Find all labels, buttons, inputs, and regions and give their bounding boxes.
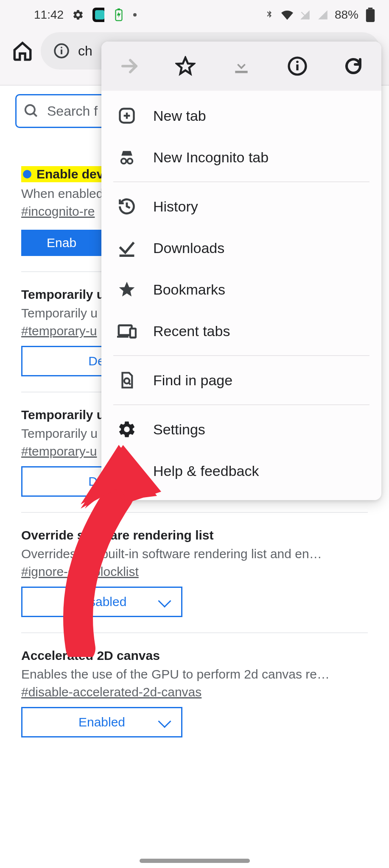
more-indicator-icon — [133, 13, 137, 17]
devices-icon — [117, 321, 137, 341]
svg-point-20 — [121, 159, 126, 164]
menu-label: Find in page — [153, 372, 232, 389]
menu-find-in-page[interactable]: Find in page — [101, 359, 381, 401]
check-underline-icon — [117, 238, 137, 258]
bookmark-button[interactable] — [175, 56, 196, 76]
svg-rect-5 — [368, 8, 372, 9]
flag-item: Override software rendering list Overrid… — [0, 513, 389, 632]
star-icon — [117, 279, 137, 300]
menu-settings[interactable]: Settings — [101, 409, 381, 450]
incognito-icon — [117, 147, 137, 167]
menu-label: Bookmarks — [153, 281, 225, 298]
menu-bookmarks[interactable]: Bookmarks — [101, 269, 381, 310]
flag-item: Accelerated 2D canvas Enables the use of… — [0, 633, 389, 753]
battery-charging-icon — [113, 9, 125, 21]
download-button[interactable] — [231, 56, 252, 76]
find-in-page-icon — [117, 370, 137, 390]
battery-icon — [364, 9, 376, 21]
menu-recent-tabs[interactable]: Recent tabs — [101, 310, 381, 352]
status-bar: 11:42 88% — [0, 0, 389, 30]
svg-rect-13 — [235, 71, 247, 73]
help-icon — [117, 461, 137, 481]
menu-label: Downloads — [153, 240, 224, 256]
svg-point-16 — [296, 61, 299, 63]
flag-hash: #disable-accelerated-2d-canvas — [21, 685, 382, 699]
reload-button[interactable] — [343, 56, 364, 76]
svg-line-10 — [34, 113, 37, 117]
omnibox-text: ch — [78, 43, 92, 59]
info-icon — [53, 43, 70, 59]
info-button[interactable] — [287, 56, 308, 76]
gear-icon — [117, 419, 137, 440]
menu-new-tab[interactable]: New tab — [101, 95, 381, 136]
search-placeholder: Search f — [47, 103, 98, 119]
menu-downloads[interactable]: Downloads — [101, 227, 381, 269]
svg-rect-4 — [366, 9, 375, 22]
flag-hash: #ignore-gpu-blocklist — [21, 565, 382, 579]
flag-select[interactable]: Enabled — [21, 707, 182, 737]
flag-enable-button[interactable]: Enab — [21, 230, 102, 256]
menu-incognito[interactable]: New Incognito tab — [101, 136, 381, 178]
flag-desc: Overrides the built-in software renderin… — [21, 547, 382, 561]
svg-line-29 — [129, 383, 130, 384]
battery-percent: 88% — [335, 8, 358, 22]
status-time: 11:42 — [34, 8, 64, 22]
menu-label: Help & feedback — [153, 463, 259, 479]
svg-marker-24 — [119, 282, 135, 297]
flag-title: Override software rendering list — [21, 528, 382, 542]
wifi-icon — [281, 9, 293, 21]
menu-label: Recent tabs — [153, 323, 230, 339]
svg-rect-1 — [95, 10, 104, 19]
chevron-down-icon — [158, 594, 171, 607]
home-button[interactable] — [12, 40, 33, 61]
svg-point-28 — [124, 378, 129, 384]
menu-label: New tab — [153, 108, 206, 124]
chevron-down-icon — [158, 715, 171, 728]
menu-label: History — [153, 198, 198, 215]
flag-select[interactable]: Disabled — [21, 587, 182, 617]
forward-button[interactable] — [119, 56, 140, 76]
gear-icon — [72, 9, 84, 21]
flag-title: Accelerated 2D canvas — [21, 648, 382, 663]
menu-label: New Incognito tab — [153, 149, 269, 166]
svg-point-9 — [25, 105, 35, 114]
svg-rect-27 — [130, 328, 136, 337]
dot-icon — [23, 170, 31, 178]
menu-help[interactable]: Help & feedback — [101, 450, 381, 492]
signal-icon-2 — [317, 9, 329, 21]
signal-icon-1 — [299, 9, 311, 21]
svg-marker-12 — [177, 58, 194, 74]
svg-point-21 — [127, 159, 132, 164]
search-icon — [23, 103, 39, 119]
svg-point-8 — [61, 47, 62, 48]
svg-point-31 — [126, 474, 128, 476]
nav-bar-indicator — [140, 859, 250, 863]
plus-square-icon — [117, 106, 137, 126]
history-icon — [117, 196, 137, 217]
bluetooth-icon — [263, 9, 275, 21]
menu-label: Settings — [153, 421, 205, 438]
app-icon — [92, 9, 104, 21]
svg-rect-3 — [118, 8, 120, 10]
flag-title: Enable dev — [36, 167, 104, 181]
overflow-menu: New tab New Incognito tab History Downlo… — [101, 42, 381, 500]
flag-desc: Enables the use of the GPU to perform 2d… — [21, 667, 382, 682]
menu-history[interactable]: History — [101, 186, 381, 227]
